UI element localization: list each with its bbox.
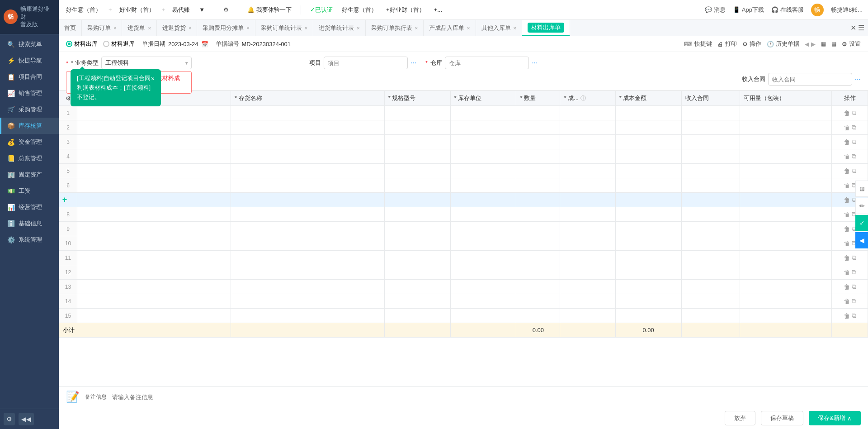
project-cell-input[interactable]: [77, 193, 231, 207]
project-input[interactable]: [324, 57, 408, 69]
sidebar-item-资金管理[interactable]: 💰资金管理: [0, 134, 59, 150]
print-btn[interactable]: 🖨 打印: [717, 40, 737, 48]
nav-hyc2[interactable]: +好业财（首）: [384, 5, 427, 15]
cell-qty[interactable]: [516, 178, 560, 193]
discard-button[interactable]: 放弃: [725, 411, 755, 425]
cell-cost-amount[interactable]: [615, 193, 681, 207]
cell-available[interactable]: [740, 251, 832, 265]
nav-hs2[interactable]: 好生意（首）: [340, 5, 379, 15]
delete-icon[interactable]: 🗑: [844, 312, 850, 319]
cell-spec[interactable]: [384, 164, 450, 178]
tab-7[interactable]: 采购订单执行表×: [366, 20, 424, 36]
right-tool-edit-btn[interactable]: ✏: [855, 198, 868, 214]
cell-income-contract[interactable]: [681, 178, 740, 193]
cell-project[interactable]: [77, 309, 231, 323]
copy-icon[interactable]: ⧉: [852, 297, 856, 305]
sidebar-item-项目合同[interactable]: 📋项目合同: [0, 69, 59, 85]
sidebar-item-工资[interactable]: 💵工资: [0, 183, 59, 199]
cell-spec[interactable]: [384, 251, 450, 265]
cell-goods-name[interactable]: [231, 207, 384, 222]
cell-cost[interactable]: [560, 106, 615, 120]
cell-qty[interactable]: [516, 265, 560, 280]
cell-goods-name[interactable]: [231, 178, 384, 193]
copy-icon[interactable]: ⧉: [852, 268, 856, 276]
delete-icon[interactable]: 🗑: [844, 196, 850, 204]
warehouse-input[interactable]: [445, 57, 529, 69]
cell-unit[interactable]: [450, 236, 516, 251]
cell-income-contract[interactable]: [681, 265, 740, 280]
tooltip-close-btn[interactable]: ×: [151, 74, 155, 84]
delete-icon[interactable]: 🗑: [844, 254, 850, 262]
cell-unit[interactable]: [450, 207, 516, 222]
delete-icon[interactable]: 🗑: [844, 269, 850, 276]
cell-spec[interactable]: [384, 178, 450, 193]
copy-icon[interactable]: ⧉: [852, 109, 856, 117]
cell-goods-name[interactable]: [231, 280, 384, 294]
cell-goods-name[interactable]: [231, 193, 384, 207]
cell-cost[interactable]: [560, 149, 615, 164]
nav-more[interactable]: +...: [432, 5, 444, 14]
sidebar-item-基础信息[interactable]: ℹ️基础信息: [0, 215, 59, 232]
cell-qty[interactable]: [516, 149, 560, 164]
cell-available[interactable]: [740, 207, 832, 222]
cell-income-contract[interactable]: [681, 207, 740, 222]
cell-unit[interactable]: [450, 193, 516, 207]
cell-cost[interactable]: [560, 265, 615, 280]
nav-certified[interactable]: ✓已认证: [308, 5, 335, 15]
income-contract-input[interactable]: [768, 73, 852, 86]
cell-available[interactable]: [740, 149, 832, 164]
cell-qty[interactable]: [516, 135, 560, 149]
cell-income-contract[interactable]: [681, 164, 740, 178]
cell-project[interactable]: [77, 164, 231, 178]
cell-project[interactable]: [77, 222, 231, 236]
nav-yidaizhang[interactable]: 易代账: [170, 5, 192, 15]
cell-project[interactable]: [77, 106, 231, 120]
shortcut-btn[interactable]: ⌨ 快捷键: [684, 40, 712, 48]
tab-1[interactable]: 采购订单×: [82, 20, 122, 36]
cell-available[interactable]: [740, 280, 832, 294]
cell-income-contract[interactable]: [681, 236, 740, 251]
calendar-icon[interactable]: 📅: [201, 41, 208, 48]
income-contract-dots-btn[interactable]: ···: [855, 76, 861, 83]
tab-close-icon[interactable]: ×: [357, 25, 359, 31]
cell-cost-amount[interactable]: [615, 294, 681, 309]
cell-cost-amount[interactable]: [615, 251, 681, 265]
cell-cost[interactable]: [560, 251, 615, 265]
cell-goods-name[interactable]: [231, 149, 384, 164]
cell-income-contract[interactable]: [681, 222, 740, 236]
cell-cost-amount[interactable]: [615, 207, 681, 222]
operation-btn[interactable]: ⚙ 操作: [742, 40, 761, 48]
sidebar-item-固定资产[interactable]: 🏢固定资产: [0, 167, 59, 183]
delete-icon[interactable]: 🗑: [844, 153, 850, 160]
cell-unit[interactable]: [450, 106, 516, 120]
cell-spec[interactable]: [384, 120, 450, 135]
cell-income-contract[interactable]: [681, 106, 740, 120]
tab-list-btn[interactable]: ☰: [858, 24, 864, 32]
radio-outbound[interactable]: 材料出库: [66, 40, 98, 48]
sidebar-item-快捷导航[interactable]: ⚡快捷导航: [0, 52, 59, 69]
tab-close-icon[interactable]: ×: [467, 25, 470, 31]
tab-close-icon[interactable]: ×: [148, 25, 151, 31]
cell-spec[interactable]: [384, 309, 450, 323]
cell-goods-name[interactable]: [231, 135, 384, 149]
app-download-btn[interactable]: 📱 App下载: [733, 6, 764, 14]
cell-spec[interactable]: [384, 294, 450, 309]
cell-cost[interactable]: [560, 280, 615, 294]
tab-close-all-btn[interactable]: ✕: [850, 24, 856, 32]
cell-goods-name[interactable]: [231, 120, 384, 135]
cell-spec[interactable]: [384, 280, 450, 294]
cell-cost-amount[interactable]: [615, 149, 681, 164]
cell-available[interactable]: [740, 120, 832, 135]
sidebar-item-搜索菜单[interactable]: 🔍搜索菜单: [0, 36, 59, 52]
delete-icon[interactable]: 🗑: [844, 110, 850, 117]
delete-icon[interactable]: 🗑: [844, 211, 850, 218]
cell-goods-name[interactable]: [231, 106, 384, 120]
cell-available[interactable]: [740, 236, 832, 251]
cell-project[interactable]: [77, 294, 231, 309]
cell-cost[interactable]: [560, 207, 615, 222]
cell-goods-name[interactable]: [231, 222, 384, 236]
cell-cost-amount[interactable]: [615, 178, 681, 193]
cell-unit[interactable]: [450, 120, 516, 135]
user-avatar[interactable]: 畅: [811, 4, 824, 16]
right-tool-table-btn[interactable]: ⊞: [855, 181, 868, 197]
